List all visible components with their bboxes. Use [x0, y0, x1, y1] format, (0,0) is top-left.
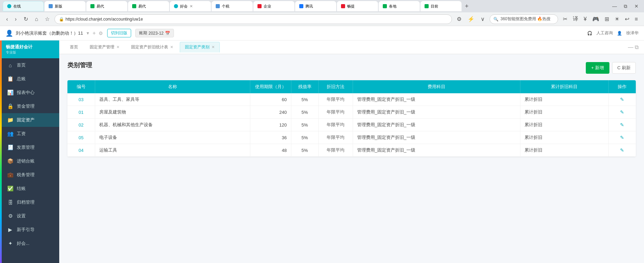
sidebar-item-finance[interactable]: 🔒 资金管理 [2, 99, 59, 113]
edit-button-4[interactable]: ✎ [618, 147, 626, 154]
tab-close-1[interactable]: ✕ [116, 45, 119, 49]
translate-button[interactable]: 译 [571, 14, 580, 24]
cell-action-3[interactable]: ✎ [608, 131, 636, 144]
restore-button[interactable]: ⧉ [621, 1, 630, 11]
browser-tab-5[interactable]: 个税 [212, 1, 253, 11]
new-tab-button[interactable]: + [462, 3, 471, 10]
sidebar-item-more[interactable]: ✦ 好会... [2, 237, 59, 250]
cell-name-0: 器具、工具、家具等 [95, 93, 250, 106]
cell-accumulated-0: 累计折旧 [520, 93, 608, 106]
grid-button[interactable]: ⊞ [603, 14, 611, 24]
sidebar-item-closing[interactable]: ✅ 结账 [2, 182, 59, 195]
tab-close-3[interactable]: ✕ [212, 45, 215, 49]
browser-tab-7[interactable]: 腾讯 [295, 1, 336, 11]
company-dropdown[interactable]: ▼ [86, 31, 90, 36]
sidebar-item-tax[interactable]: 💼 税务管理 [2, 168, 59, 182]
browser-tab-1[interactable]: 在线 [3, 1, 44, 11]
sidebar-item-payroll[interactable]: 👥 工资 [2, 127, 59, 141]
sidebar-label-inventory: 进销台账 [17, 158, 35, 164]
cell-action-2[interactable]: ✎ [608, 119, 636, 131]
sidebar-item-ledger[interactable]: 📋 总账 [2, 72, 59, 86]
cell-residual-0: 5% [291, 93, 318, 106]
more-icon: ✦ [7, 240, 13, 247]
cell-action-4[interactable]: ✎ [608, 144, 636, 157]
tab-depreciation-report[interactable]: 固定资产折旧统计表 ✕ [126, 42, 178, 52]
browser-tab-4[interactable]: 易代 [128, 1, 169, 11]
minimize-button[interactable]: — [610, 1, 619, 11]
tab-asset-category[interactable]: 固定资产类别 ✕ [180, 42, 220, 52]
browser-tab-6[interactable]: 企业 [253, 1, 294, 11]
forward-button[interactable]: › [13, 15, 18, 24]
browser-tab-9[interactable]: 各地 [379, 1, 420, 11]
sidebar-label-invoice: 发票管理 [17, 144, 35, 151]
game-button[interactable]: 🎮 [590, 14, 601, 24]
cut-button[interactable]: ✂ [561, 14, 569, 24]
tab-close-2[interactable]: ✕ [170, 45, 173, 49]
sidebar-item-archive[interactable]: 🗄 归档管理 [2, 195, 59, 209]
sidebar-label-finance: 资金管理 [17, 103, 35, 109]
sidebar-label-settings: 设置 [17, 213, 26, 219]
sidebar-item-fixed-assets[interactable]: 📁 固定资产 [2, 113, 59, 127]
sidebar-item-settings[interactable]: ⚙ 设置 [2, 209, 59, 223]
wallet-button[interactable]: ¥ [582, 15, 589, 24]
close-button[interactable]: ✕ [632, 1, 641, 11]
sidebar-item-home[interactable]: ⌂ 首页 [2, 58, 59, 72]
sidebar-item-guide[interactable]: ▶ 新手引导 [2, 223, 59, 237]
settings-gear-icon[interactable]: ⚙ [99, 31, 103, 36]
tab-home-label: 首页 [70, 44, 78, 50]
content-area: 首页 固定资产管理 ✕ 固定资产折旧统计表 ✕ 固定资产类别 ✕ — ⧉ [59, 40, 644, 263]
sidebar-item-invoice[interactable]: 🧾 发票管理 [2, 141, 59, 154]
add-company-button[interactable]: + [92, 30, 96, 36]
user-icon: 👤 [5, 29, 13, 37]
settings-icon: ⚙ [7, 213, 13, 219]
minimize-panel-button[interactable]: — [628, 44, 633, 50]
home-button[interactable]: ⌂ [33, 15, 40, 24]
menu-button[interactable]: ≡ [633, 15, 640, 24]
edit-button-0[interactable]: ✎ [618, 96, 626, 103]
edit-button-3[interactable]: ✎ [618, 134, 626, 141]
back-button[interactable]: ‹ [4, 15, 10, 24]
browser-tab-2[interactable]: 新版 [45, 1, 86, 11]
cell-accumulated-4: 累计折旧 [520, 144, 608, 157]
payroll-icon: 👥 [7, 131, 13, 137]
refresh-button[interactable]: C 刷新 [612, 62, 636, 74]
cell-residual-4: 5% [291, 144, 318, 157]
tab-fixed-assets-mgmt[interactable]: 固定资产管理 ✕ [85, 42, 125, 52]
table-row: 05 电子设备 36 5% 年限平均 管理费用_固定资产折旧_一级 累计折旧 ✎ [67, 131, 636, 144]
add-button[interactable]: + 新增 [586, 62, 609, 74]
download-button[interactable]: ∨ [479, 14, 487, 24]
extensions-button[interactable]: ⚙ [455, 14, 464, 24]
browser-tab-8[interactable]: 畅提 [337, 1, 378, 11]
browser-tab-active[interactable]: 好会 ✕ [170, 1, 211, 11]
sidebar-item-inventory[interactable]: 📦 进销台账 [2, 154, 59, 168]
search-bar[interactable]: 🔍 360智能抠图免费用 🔥热搜 [490, 14, 558, 24]
bookmark-button[interactable]: ☆ [43, 14, 52, 24]
cast-button[interactable]: ⚡ [466, 14, 477, 24]
edit-button-2[interactable]: ✎ [618, 121, 626, 128]
url-text: https://cloud.chanjet.com/accounting/uw1… [65, 17, 143, 22]
brightness-button[interactable]: ☀ [613, 14, 621, 24]
undo-button[interactable]: ↩ [623, 14, 631, 24]
tax-icon: 💼 [7, 172, 13, 178]
closing-icon: ✅ [7, 186, 13, 192]
address-bar[interactable]: 🔒 https://cloud.chanjet.com/accounting/u… [54, 14, 452, 24]
col-header-period: 使用期限（月） [250, 80, 291, 93]
cell-action-0[interactable]: ✎ [608, 93, 636, 106]
app-wrapper: 👤 刘小艳演示账套（勿删勿动！）11 ▼ + ⚙ 切到旧版 账期 2023-12… [0, 26, 644, 263]
sidebar-item-reports[interactable]: 📊 报表中心 [2, 86, 59, 99]
edit-button-1[interactable]: ✎ [618, 109, 626, 116]
cell-method-4: 年限平均 [318, 144, 353, 157]
cell-expense-3: 管理费用_固定资产折旧_一级 [353, 131, 520, 144]
cell-action-1[interactable]: ✎ [608, 106, 636, 119]
browser-tab-10[interactable]: 目前 [420, 1, 462, 11]
switch-view-button[interactable]: 切到旧版 [107, 29, 131, 37]
reload-button[interactable]: ↻ [22, 14, 30, 24]
tab-asset-category-label: 固定资产类别 [185, 44, 210, 50]
tab-home[interactable]: 首页 [65, 42, 83, 52]
col-header-method: 折旧方法 [318, 80, 353, 93]
service-label: 人工咨询 [596, 30, 613, 36]
browser-tab-close[interactable]: ✕ [190, 4, 193, 9]
maximize-panel-button[interactable]: ⧉ [635, 44, 639, 50]
browser-tab-3[interactable]: 易代 [86, 1, 127, 11]
cell-accumulated-3: 累计折旧 [520, 131, 608, 144]
